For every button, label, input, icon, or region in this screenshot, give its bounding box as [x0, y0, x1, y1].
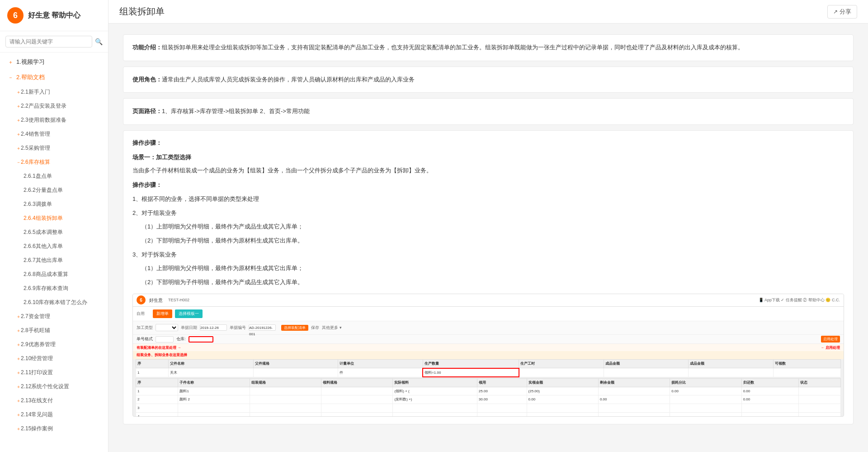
mock-topbar: 6 好生意 TEST-H002 📱 App下载 ✓ 任务提醒 ② 帮助中心 🙂 …	[133, 294, 844, 307]
sidebar-item-s261[interactable]: 2.6.1盘点单	[0, 169, 108, 183]
plus-icon-s21: ＋	[16, 89, 21, 95]
plus-icon-s212: ＋	[16, 384, 21, 390]
sidebar-item-video[interactable]: ＋ 1.视频学习	[0, 54, 108, 70]
sidebar: 6 好生意 帮助中心 🔍 ＋ 1.视频学习 － 2.帮助文档 ＋ 2.1新手入门…	[0, 0, 108, 452]
nav-section: ＋ 1.视频学习 － 2.帮助文档 ＋ 2.1新手入门 ＋ 2.2产品安装及登录…	[0, 52, 108, 438]
plus-icon-s27: ＋	[16, 314, 21, 320]
screenshot-container: 6 好生意 TEST-H002 📱 App下载 ✓ 任务提醒 ② 帮助中心 🙂 …	[132, 294, 844, 417]
plus-icon: ＋	[7, 59, 14, 65]
annotation3-text: ← 启用处理	[821, 345, 840, 351]
sidebar-item-s26[interactable]: － 2.6库存核算	[0, 155, 108, 169]
plus-icon-s210: ＋	[16, 356, 21, 362]
path-text: 页面路径：1、库存核算->库存管理->组装拆卸单 2、首页->常用功能	[132, 106, 844, 117]
sidebar-item-s2610[interactable]: 2.6.10库存账本错了怎么办	[0, 295, 108, 309]
plus-icon-s213: ＋	[16, 398, 21, 404]
mock-select-bom-btn[interactable]: 选择装配清单	[281, 325, 308, 331]
sidebar-item-s213[interactable]: ＋ 2.13在线支付	[0, 394, 108, 408]
sidebar-item-s267[interactable]: 2.6.7其他出库单	[0, 253, 108, 267]
intro-text: 功能介绍：组装拆卸单用来处理企业组装或拆卸等加工业务，支持有固定装配清单的产品加…	[132, 42, 844, 53]
path-block: 页面路径：1、库存核算->库存管理->组装拆卸单 2、首页->常用功能	[123, 98, 854, 125]
sidebar-item-s21[interactable]: ＋ 2.1新手入门	[0, 85, 108, 99]
plus-icon-s214: ＋	[16, 412, 21, 418]
sidebar-item-s25[interactable]: ＋ 2.5采购管理	[0, 141, 108, 155]
role-text: 使用角色：通常由生产人员或库管人员完成拆装业务的操作，库管人员确认原材料的出库和…	[132, 74, 844, 86]
mock-field-row: 加工类型 单据日期 2019-12-26 单据编号 AD-20191226-00…	[137, 324, 342, 331]
minus-icon: －	[7, 74, 14, 81]
scenario1-desc: 当由多个子件材料组装成一个成品的业务为【组装】业务，当由一个父件拆分成多个子产品…	[132, 165, 844, 176]
table-row: 领料=1.00	[423, 368, 519, 377]
sidebar-item-s265[interactable]: 2.6.5成本调整单	[0, 225, 108, 239]
sidebar-item-s210[interactable]: ＋ 2.10经营管理	[0, 352, 108, 366]
intro-block: 功能介绍：组装拆卸单用来处理企业组装或拆卸等加工业务，支持有固定装配清单的产品加…	[123, 34, 854, 61]
mock-subtoolbar: 单号格式 仓库: 启用处理	[133, 335, 844, 344]
main-area: 组装拆卸单 ↗ 分享 功能介绍：组装拆卸单用来处理企业组装或拆卸等加工业务，支持…	[108, 0, 868, 452]
sidebar-item-s212[interactable]: ＋ 2.12系统个性化设置	[0, 380, 108, 394]
screenshot-mockup: 6 好生意 TEST-H002 📱 App下载 ✓ 任务提醒 ② 帮助中心 🙂 …	[133, 294, 844, 416]
sidebar-item-s263[interactable]: 2.6.3调拨单	[0, 197, 108, 211]
sidebar-item-s23[interactable]: ＋ 2.3使用前数据准备	[0, 113, 108, 127]
logo-text: 好生意 帮助中心	[28, 11, 80, 20]
sidebar-item-s262[interactable]: 2.6.2分量盘点单	[0, 183, 108, 197]
sidebar-item-s215[interactable]: ＋ 2.15操作案例	[0, 422, 108, 436]
sidebar-item-docs[interactable]: － 2.帮助文档	[0, 70, 108, 85]
sidebar-item-s29[interactable]: ＋ 2.9优惠券管理	[0, 338, 108, 352]
search-icon[interactable]: 🔍	[95, 38, 103, 45]
plus-icon-s28: ＋	[16, 328, 21, 334]
page-title: 组装拆卸单	[119, 5, 165, 18]
mock-upper-table: 序 父件名称 父件规格 计量单位 生产数量 生产工时 成品金额 成品金额 可领数	[136, 359, 841, 377]
step-label2: 操作步骤：	[132, 180, 844, 190]
search-input[interactable]	[5, 36, 92, 48]
sidebar-item-s24[interactable]: ＋ 2.4销售管理	[0, 127, 108, 141]
steps-label: 操作步骤：	[132, 138, 844, 148]
sidebar-item-s27[interactable]: ＋ 2.7资金管理	[0, 309, 108, 324]
logo-icon: 6	[7, 7, 24, 24]
sidebar-logo: 6 好生意 帮助中心	[0, 0, 108, 31]
search-box: 🔍	[0, 31, 108, 52]
plus-icon-s25: ＋	[16, 145, 21, 152]
role-block: 使用角色：通常由生产人员或库管人员完成拆装业务的操作，库管人员确认原材料的出库和…	[123, 67, 854, 93]
sidebar-item-s266[interactable]: 2.6.6其他入库单	[0, 239, 108, 253]
sidebar-item-s214[interactable]: ＋ 2.14常见问题	[0, 408, 108, 422]
plus-icon-s22: ＋	[16, 103, 21, 109]
plus-icon-s211: ＋	[16, 370, 21, 376]
scenario1-label: 场景一：加工类型选择	[132, 152, 844, 162]
top-bar: 组装拆卸单 ↗ 分享	[108, 0, 868, 24]
steps-content: 1、根据不同的业务，选择不同单据的类型来处理 2、对于组装业务 （1）上部明细为…	[132, 194, 844, 288]
mock-brand: 好生意	[149, 296, 163, 304]
steps-block: 操作步骤： 场景一：加工类型选择 当由多个子件材料组装成一个成品的业务为【组装】…	[123, 130, 854, 424]
mock-app-bar: 自用 新增单 选择模板一	[133, 307, 844, 321]
upper-table: 序 父件名称 父件规格 计量单位 生产数量 生产工时 成品金额 成品金额 可领数	[136, 359, 841, 377]
plus-icon-s215: ＋	[16, 426, 21, 432]
share-icon: ↗	[833, 9, 838, 15]
content-area: 功能介绍：组装拆卸单用来处理企业组装或拆卸等加工业务，支持有固定装配清单的产品加…	[108, 24, 868, 452]
annotation2-area: 组装业务、拆卸业务在这里选择	[133, 351, 844, 359]
mock-toolbar: 加工类型 单据日期 2019-12-26 单据编号 AD-20191226-00…	[133, 321, 844, 335]
sidebar-item-s264[interactable]: 2.6.4组装拆卸单	[0, 211, 108, 225]
plus-icon-s29: ＋	[16, 342, 21, 348]
mock-logo-small: 6	[137, 295, 146, 305]
mock-tab-template[interactable]: 选择模板一	[175, 309, 203, 318]
sidebar-item-s211[interactable]: ＋ 2.11打印设置	[0, 366, 108, 380]
mock-approve-btn[interactable]: 启用处理	[821, 336, 840, 343]
sidebar-item-s269[interactable]: 2.6.9库存账本查询	[0, 281, 108, 295]
annotation1-text: 有装配清单的在这里处理 →	[137, 345, 181, 351]
mock-company: TEST-H002	[168, 297, 189, 304]
lower-table: 序 子件名称 组装规格 领料规格 实际领料 领用 实领金额 剩余金额 损耗分比	[136, 378, 841, 416]
sidebar-item-s28[interactable]: ＋ 2.8手机旺辅	[0, 324, 108, 338]
mock-lower-table: 序 子件名称 组装规格 领料规格 实际领料 领用 实领金额 剩余金额 损耗分比	[136, 378, 841, 416]
share-button[interactable]: ↗ 分享	[827, 5, 857, 19]
mock-type-select[interactable]	[156, 324, 178, 331]
plus-icon-s23: ＋	[16, 117, 21, 124]
sidebar-item-s22[interactable]: ＋ 2.2产品安装及登录	[0, 99, 108, 113]
plus-icon-s24: ＋	[16, 131, 21, 138]
mock-tab-new[interactable]: 新增单	[153, 309, 172, 318]
minus-icon-s26: －	[16, 159, 21, 166]
sidebar-item-s268[interactable]: 2.6.8商品成本重算	[0, 267, 108, 281]
